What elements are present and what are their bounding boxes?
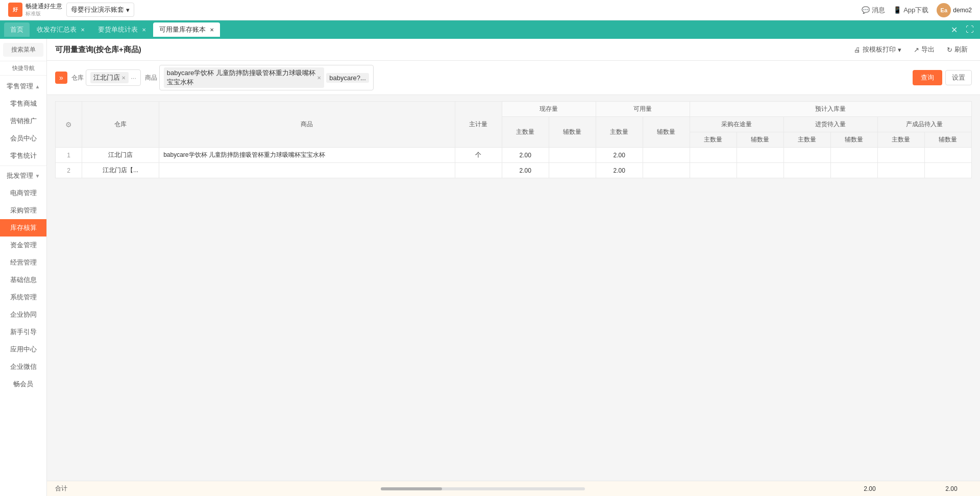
table-row: 2 江北门店【... 2.00 2.00 — [56, 163, 972, 178]
col-current-auxqty-header: 辅数量 — [549, 117, 596, 148]
export-button[interactable]: ↗ 导出 — [910, 43, 939, 56]
row-2-current-mainqty: 2.00 — [502, 163, 549, 178]
scrollbar-thumb[interactable] — [381, 487, 442, 490]
sidebar-item-newuser[interactable]: 新手引导 — [0, 323, 46, 341]
filter-warehouse-tag-remove[interactable]: ✕ — [121, 75, 126, 81]
row-1-purchase-auxqty — [737, 148, 783, 163]
tab-home[interactable]: 首页 — [4, 22, 30, 37]
account-selector-text: 母婴行业演示账套 — [71, 5, 124, 14]
refresh-icon: ↻ — [947, 46, 952, 54]
sidebar-item-appcenter-label: 应用中心 — [10, 345, 37, 354]
sidebar-item-marketing[interactable]: 营销推广 — [0, 112, 46, 130]
sidebar-search-area: 搜索菜单 — [0, 39, 46, 61]
row-2-index: 2 — [56, 163, 82, 178]
message-action[interactable]: 💬 消息 — [862, 6, 885, 15]
footer-current-auxqty — [890, 485, 931, 492]
top-bar-left: 好 畅捷通好生意 标准版 母婴行业演示账套 ▾ — [8, 3, 134, 17]
maximize-button[interactable]: ⛶ — [964, 24, 976, 35]
sidebar-item-finance[interactable]: 资金管理 — [0, 237, 46, 254]
chevron-down-icon: ▾ — [126, 6, 130, 14]
sidebar-item-retail[interactable]: 零售管理 ▲ — [0, 78, 46, 95]
logo-area: 好 畅捷通好生意 标准版 — [8, 3, 62, 17]
filter-warehouse-input[interactable]: 江北门店 ✕ ··· — [86, 69, 141, 86]
sidebar-item-basics-label: 基础信息 — [10, 275, 37, 285]
account-selector[interactable]: 母婴行业演示账套 ▾ — [66, 3, 134, 17]
sidebar-item-inventory-label: 库存核算 — [10, 223, 37, 232]
tab-order-stats-label: 要货单统计表 — [98, 25, 138, 34]
col-product-mainqty-header: 主数量 — [877, 132, 924, 148]
filter-warehouse-more[interactable]: ··· — [131, 74, 136, 82]
sidebar-item-ecommerce[interactable]: 电商管理 — [0, 184, 46, 202]
sidebar-item-inventory[interactable]: 库存核算 — [0, 219, 46, 237]
refresh-label: 刷新 — [954, 45, 968, 54]
sidebar-item-basics[interactable]: 基础信息 — [0, 271, 46, 289]
tab-available-stock-label: 可用量库存账本 — [159, 25, 206, 34]
row-1-product-mainqty — [877, 148, 924, 163]
sidebar-item-vip[interactable]: 畅会员 — [0, 375, 46, 393]
sidebar-item-wechat[interactable]: 企业微信 — [0, 358, 46, 375]
top-bar: 好 畅捷通好生意 标准版 母婴行业演示账套 ▾ 💬 消息 📱 App下载 Ea … — [0, 0, 980, 20]
tab-available-stock-close[interactable]: ✕ — [210, 27, 214, 33]
sidebar-item-operations[interactable]: 经营管理 — [0, 254, 46, 271]
row-1-purchase-mainqty — [690, 148, 737, 163]
export-label: 导出 — [921, 45, 935, 54]
filter-product-tag-2: babycare?... — [326, 73, 369, 83]
col-currentstock-header: 现存量 — [502, 102, 596, 117]
sidebar-item-retail-stats-label: 零售统计 — [10, 151, 37, 160]
sidebar-item-vip-label: 畅会员 — [13, 380, 33, 389]
sidebar-item-purchase-label: 采购管理 — [10, 206, 37, 215]
message-label: 消息 — [872, 6, 885, 15]
sidebar-item-newuser-label: 新手引导 — [10, 327, 37, 337]
sidebar-item-system-label: 系统管理 — [10, 293, 37, 302]
filter-field-product: 商品 babycare学饮杯 儿童防摔防撞吸管杯重力球吸嘴杯宝宝水杯 ✕ bab… — [145, 65, 374, 90]
row-1-product: babycare学饮杯 儿童防摔防撞吸管杯重力球吸嘴杯宝宝水杯 — [159, 148, 455, 163]
sidebar-item-wechat-label: 企业微信 — [10, 362, 37, 371]
close-all-tabs-button[interactable]: ✕ — [949, 24, 960, 36]
row-2-avail-auxqty — [643, 163, 690, 178]
row-1-current-mainqty: 2.00 — [502, 148, 549, 163]
tab-summary-close[interactable]: ✕ — [81, 27, 85, 33]
sidebar-item-purchase[interactable]: 采购管理 — [0, 202, 46, 219]
logo-icon: 好 — [8, 3, 22, 17]
col-settings-header: ⚙ — [56, 102, 82, 148]
sidebar-item-member[interactable]: 会员中心 — [0, 130, 46, 147]
table-settings-icon[interactable]: ⚙ — [65, 121, 72, 129]
print-template-button[interactable]: 🖨 按模板打印 ▾ — [850, 43, 905, 56]
col-purchase-auxqty-header: 辅数量 — [737, 132, 783, 148]
col-purchase-header: 采购在途量 — [690, 117, 783, 132]
sidebar-quick-nav[interactable]: 快捷导航 — [0, 61, 46, 76]
tab-order-stats[interactable]: 要货单统计表 ✕ — [92, 22, 152, 37]
col-purchase-mainqty-header: 主数量 — [690, 132, 737, 148]
sidebar-item-enterprise[interactable]: 企业协同 — [0, 306, 46, 323]
tab-summary[interactable]: 收发存汇总表 ✕ — [31, 22, 91, 37]
sidebar-item-system[interactable]: 系统管理 — [0, 289, 46, 306]
page-actions: 🖨 按模板打印 ▾ ↗ 导出 ↻ 刷新 — [850, 43, 972, 56]
tab-order-stats-close[interactable]: ✕ — [142, 27, 146, 33]
page-header: 可用量查询(按仓库+商品) 🖨 按模板打印 ▾ ↗ 导出 ↻ 刷新 — [47, 39, 980, 61]
sidebar-item-retail-stats[interactable]: 零售统计 — [0, 147, 46, 164]
sidebar-item-appcenter[interactable]: 应用中心 — [0, 341, 46, 358]
filter-product-tag-1-remove[interactable]: ✕ — [317, 75, 321, 81]
query-button[interactable]: 查询 — [913, 70, 942, 85]
user-profile[interactable]: Ea demo2 — [937, 3, 972, 17]
filter-product-input[interactable]: babycare学饮杯 儿童防摔防撞吸管杯重力球吸嘴杯宝宝水杯 ✕ babyca… — [159, 65, 374, 90]
sidebar-item-mall[interactable]: 零售商城 — [0, 95, 46, 112]
horizontal-scrollbar[interactable] — [381, 487, 585, 490]
row-1-avail-auxqty — [643, 148, 690, 163]
app-download-action[interactable]: 📱 App下载 — [893, 6, 928, 15]
tab-available-stock[interactable]: 可用量库存账本 ✕ — [153, 22, 220, 37]
print-icon: 🖨 — [854, 46, 861, 54]
sidebar-item-member-label: 会员中心 — [10, 134, 37, 143]
search-menu-button[interactable]: 搜索菜单 — [3, 43, 43, 57]
filter-toggle-button[interactable]: » — [55, 72, 67, 84]
print-template-label: 按模板打印 — [863, 45, 896, 54]
filter-area: » 仓库 江北门店 ✕ ··· 商品 babycare学饮杯 儿童防摔防撞吸管杯… — [47, 61, 980, 95]
row-1-product-auxqty — [924, 148, 971, 163]
row-2-product-auxqty — [924, 163, 971, 178]
col-current-mainqty-header: 主数量 — [502, 117, 549, 148]
row-2-product-mainqty — [877, 163, 924, 178]
col-inbound-header: 进货待入量 — [783, 117, 877, 132]
settings-button[interactable]: 设置 — [945, 70, 972, 85]
sidebar-item-wholesale[interactable]: 批发管理 ▼ — [0, 167, 46, 184]
refresh-button[interactable]: ↻ 刷新 — [943, 43, 972, 56]
